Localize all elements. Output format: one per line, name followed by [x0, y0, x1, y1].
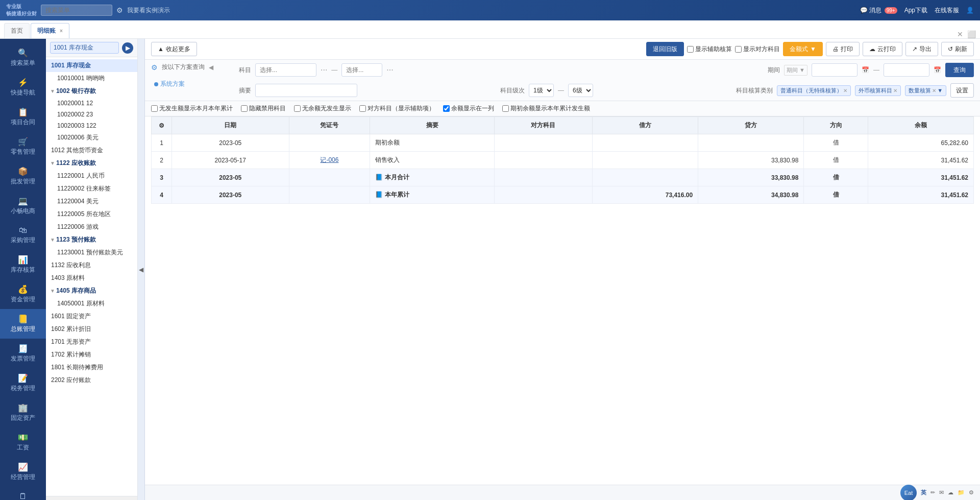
sidebar-item-accounting[interactable]: 📒 总账管理 — [0, 309, 46, 339]
account-list-item[interactable]: 1702 累计摊销 — [46, 348, 137, 361]
subject-level-end-select[interactable]: 6级 — [568, 84, 593, 97]
system-scheme-btn[interactable]: 系统方案 — [151, 78, 233, 90]
col-settings[interactable]: ⚙ — [152, 117, 172, 134]
user-avatar[interactable]: 👤 — [966, 7, 974, 14]
account-navigate-btn[interactable]: ▶ — [122, 42, 133, 54]
collapse-filter-icon[interactable]: ◀ — [209, 64, 213, 71]
message-btn[interactable]: 💬 消息 99+ — [860, 6, 897, 15]
show-check-checkbox[interactable] — [687, 46, 694, 53]
period-start-input[interactable]: 2023-05 — [812, 63, 857, 77]
sidebar-item-salary[interactable]: 💵 工资 — [0, 427, 46, 457]
account-list-item[interactable]: ▼ 1122 应收账款 — [46, 157, 137, 170]
account-list-item[interactable]: 10010001 哟哟哟 — [46, 72, 137, 85]
collapse-panel-btn[interactable]: ◀ — [138, 39, 145, 500]
eat-button[interactable]: Eat — [900, 485, 917, 501]
sidebar-item-assets[interactable]: 🏢 固定资产 — [0, 398, 46, 427]
cloud-print-btn[interactable]: ☁ 云打印 — [863, 42, 902, 56]
account-list-item[interactable]: 2202 应付账款 — [46, 374, 137, 387]
selected-account-display[interactable]: 1001 库存现金 — [50, 42, 119, 54]
account-list-item[interactable]: 11220001 人民币 — [46, 170, 137, 182]
tag-remove-icon-3[interactable]: ✕ — [932, 88, 936, 93]
tag-remove-icon-2[interactable]: ✕ — [893, 88, 897, 93]
cb-no-occur[interactable]: 无发生额显示本月本年累计 — [151, 104, 233, 113]
account-list-item[interactable]: 1601 固定资产 — [46, 310, 137, 323]
sidebar-item-wholesale[interactable]: 📦 批发管理 — [0, 161, 46, 191]
account-list-item[interactable]: 10020001 12 — [46, 98, 137, 109]
sidebar-item-search[interactable]: 🔍 搜索菜单 — [0, 43, 46, 73]
refresh-btn[interactable]: ↺ 刷新 — [941, 42, 974, 56]
sidebar-item-report[interactable]: 🗒 小畅报销 — [0, 487, 46, 500]
sidebar-item-retail[interactable]: 🛒 零售管理 — [0, 132, 46, 161]
tag-remove-icon[interactable]: ✕ — [843, 88, 847, 93]
cell-voucher[interactable]: 记-006 — [289, 152, 370, 169]
cb-no-occur-input[interactable] — [151, 105, 158, 112]
account-list-item[interactable]: 1001 库存现金 — [46, 59, 137, 72]
account-list-item[interactable]: 11220005 所在地区 — [46, 208, 137, 221]
sidebar-item-quicknav[interactable]: ⚡ 快捷导航 — [0, 73, 46, 102]
cb-opposite[interactable]: 对方科目（显示辅助项） — [359, 104, 435, 113]
account-list-item[interactable]: 1012 其他货币资金 — [46, 144, 137, 157]
date-picker-icon-2[interactable]: 📅 — [934, 66, 941, 74]
settings-bottom-icon[interactable]: ⚙ — [969, 489, 974, 496]
cb-opening-balance[interactable]: 期初余额显示本年累计发生额 — [502, 104, 590, 113]
period-mode-icon[interactable]: 期间 ▼ — [784, 65, 807, 76]
show-check-label[interactable]: 显示辅助核算 — [687, 45, 732, 54]
sidebar-item-purchase[interactable]: 🛍 采购管理 — [0, 221, 46, 250]
cb-opposite-input[interactable] — [359, 105, 366, 112]
export-btn[interactable]: ↗ 导出 — [905, 42, 938, 56]
folder-icon[interactable]: 📁 — [958, 489, 965, 496]
app-download-btn[interactable]: App下载 — [904, 6, 927, 15]
account-list-item[interactable]: 11220006 游戏 — [46, 221, 137, 233]
tab-ledger[interactable]: 明细账 × — [31, 23, 69, 38]
sidebar-item-capital[interactable]: 💰 资金管理 — [0, 279, 46, 309]
cb-hide-disabled-input[interactable] — [241, 105, 248, 112]
tag-foreign-currency[interactable]: 外币核算科目 ✕ — [855, 85, 901, 96]
cb-balance-one-col-input[interactable] — [443, 105, 450, 112]
sidebar-item-invoice[interactable]: 🧾 发票管理 — [0, 339, 46, 368]
account-list-item[interactable]: 1132 应收利息 — [46, 259, 137, 272]
expand-more-btn[interactable]: ▲ 收起更多 — [151, 42, 197, 56]
query-btn[interactable]: 查询 — [945, 63, 974, 77]
tab-home[interactable]: 首页 — [4, 23, 30, 38]
gear-icon[interactable]: ⚙ — [116, 6, 123, 14]
account-list-item[interactable]: 11220004 美元 — [46, 195, 137, 208]
account-list-item[interactable]: 10020003 122 — [46, 120, 137, 131]
account-list-item[interactable]: ▼ 1002 银行存款 — [46, 85, 137, 98]
search-input[interactable] — [41, 5, 112, 16]
account-list-item[interactable]: 11220002 往来标签 — [46, 182, 137, 195]
demo-link[interactable]: 我要看实例演示 — [127, 6, 170, 15]
cb-no-balance-input[interactable] — [294, 105, 301, 112]
sidebar-item-tax[interactable]: 📝 税务管理 — [0, 368, 46, 398]
sidebar-item-inventory[interactable]: 📊 库存核算 — [0, 250, 46, 279]
show-opposite-label[interactable]: 显示对方科目 — [735, 45, 780, 54]
sidebar-item-operations[interactable]: 📈 经营管理 — [0, 457, 46, 487]
chevron-down-icon-tag[interactable]: ▼ — [937, 87, 943, 93]
sidebar-item-ecommerce[interactable]: 💻 小畅电商 — [0, 191, 46, 221]
tag-quantity[interactable]: 数量核算 ✕ ▼ — [905, 85, 946, 96]
tab-close-btn[interactable]: × — [60, 28, 63, 34]
sidebar-item-contract[interactable]: 📋 项目合同 — [0, 102, 46, 132]
pin-icon[interactable]: ✕ — [957, 30, 963, 38]
cb-opening-balance-input[interactable] — [502, 105, 509, 112]
account-list-item[interactable]: 11230001 预付账款美元 — [46, 246, 137, 259]
cb-no-balance[interactable]: 无余额无发生显示 — [294, 104, 351, 113]
account-list-item[interactable]: 1602 累计折旧 — [46, 323, 137, 336]
subject-end-input[interactable] — [341, 63, 382, 77]
show-opposite-checkbox[interactable] — [735, 46, 742, 53]
edit-icon[interactable]: ✏ — [930, 489, 935, 496]
email-icon[interactable]: ✉ — [939, 489, 944, 496]
account-list-item[interactable]: ▼ 1405 库存商品 — [46, 284, 137, 297]
return-old-version-btn[interactable]: 退回旧版 — [646, 42, 684, 56]
account-list-item[interactable]: 1701 无形资产 — [46, 336, 137, 348]
tag-normal-subject[interactable]: 普通科目（无特殊核算） ✕ — [777, 85, 851, 96]
subject-start-input[interactable] — [255, 63, 316, 77]
account-list-item[interactable]: ▼ 1123 预付账款 — [46, 233, 137, 246]
account-list-item[interactable]: 10020006 美元 — [46, 131, 137, 144]
date-picker-icon-1[interactable]: 📅 — [862, 66, 869, 74]
horizontal-scroll[interactable] — [46, 496, 137, 500]
account-list-item[interactable]: 14050001 原材料 — [46, 297, 137, 310]
settings-btn[interactable]: 设置 — [950, 83, 974, 98]
restore-icon[interactable]: ⬜ — [967, 30, 976, 38]
period-end-input[interactable]: 2023-05 — [884, 63, 929, 77]
subject-level-start-select[interactable]: 1级 — [529, 84, 554, 97]
